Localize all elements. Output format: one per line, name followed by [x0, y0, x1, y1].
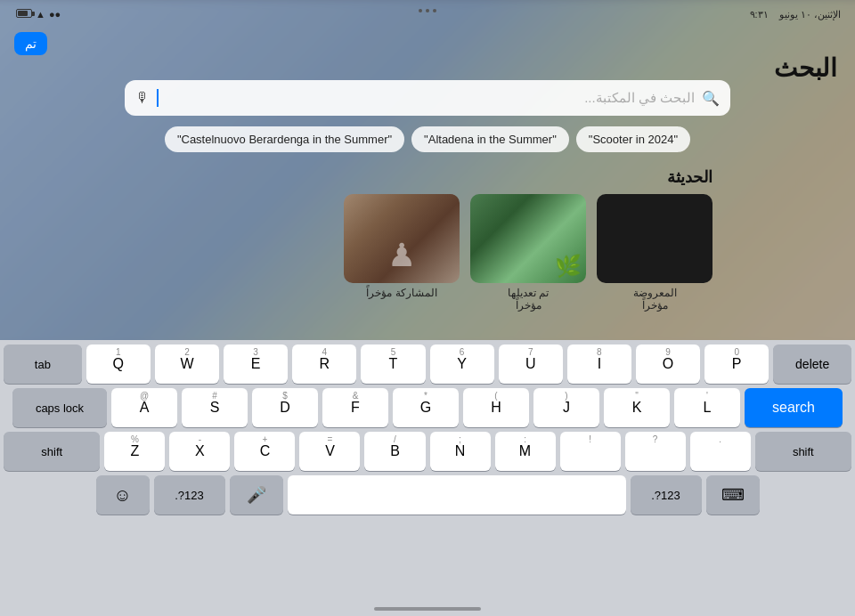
chip-1[interactable]: "Castelnuovo Berardenga in the Summer"	[165, 126, 404, 152]
key-d[interactable]: $D	[252, 388, 318, 427]
chip-2[interactable]: "Altadena in the Summer"	[411, 126, 569, 152]
key-space[interactable]	[288, 475, 626, 515]
thumbnails-container: المعروضةمؤخراً تم تعديلهامؤخراً المشاركة…	[344, 194, 712, 312]
key-y-num: 6	[460, 347, 465, 357]
key-l[interactable]: 'L	[674, 388, 740, 427]
recent-section-label: الحديثة	[667, 167, 712, 187]
key-g[interactable]: *G	[393, 388, 459, 427]
key-i-num: 8	[597, 347, 602, 357]
key-caps-lock[interactable]: caps lock	[12, 388, 107, 427]
thumb-outdoor-img	[470, 194, 586, 283]
key-q-num: 1	[116, 347, 121, 357]
keyboard-row-2: caps lock @A #S $D &F *G (H )J "K 'L sea…	[0, 384, 855, 427]
status-left: ▲ ●●	[14, 9, 61, 20]
key-c[interactable]: +C	[234, 432, 295, 471]
key-i[interactable]: 8I	[567, 344, 631, 384]
keyboard-row-1: tab 1Q 2W 3E 4R 5T 6Y 7U 8I 9O 0P delete	[0, 340, 855, 384]
key-dot[interactable]: .	[690, 432, 751, 471]
key-l-num: '	[706, 391, 708, 401]
key-f-num: &	[353, 391, 359, 401]
key-y[interactable]: 6Y	[430, 344, 494, 384]
key-dot-num: .	[719, 434, 721, 444]
thumb-dark[interactable]	[597, 194, 712, 283]
key-ques-num: ?	[653, 434, 658, 444]
key-q[interactable]: 1Q	[86, 344, 151, 384]
key-f[interactable]: &F	[322, 388, 388, 427]
key-shift-right[interactable]: shift	[755, 432, 851, 471]
search-cursor	[157, 89, 159, 107]
thumb-dark-label: المعروضةمؤخراً	[633, 287, 677, 312]
key-excl-num: !	[589, 434, 591, 444]
key-b-num: /	[394, 434, 396, 444]
key-x-num: -	[199, 434, 201, 444]
thumb-chess-label: المشاركة مؤخراً	[366, 287, 436, 299]
search-bar[interactable]: 🔍 البحث في المكتبة... 🎙	[125, 80, 730, 116]
chips-container: "Castelnuovo Berardenga in the Summer" "…	[125, 126, 730, 152]
home-indicator	[374, 607, 481, 611]
search-icon: 🔍	[702, 90, 720, 107]
key-h-num: (	[494, 391, 497, 401]
key-excl[interactable]: !	[560, 432, 621, 471]
mic-icon[interactable]: 🎙	[135, 90, 150, 106]
key-delete[interactable]: delete	[773, 344, 851, 384]
thumb-chess[interactable]	[344, 194, 460, 283]
key-p[interactable]: 0P	[704, 344, 769, 384]
status-date: الإثنين، ١٠ يونيو	[779, 9, 841, 20]
key-h[interactable]: (H	[463, 388, 529, 427]
key-z-num: %	[131, 434, 139, 444]
key-e[interactable]: 3E	[224, 344, 288, 384]
key-w-num: 2	[184, 347, 190, 357]
key-mic[interactable]: 🎤	[230, 475, 283, 515]
key-v[interactable]: =V	[299, 432, 360, 471]
status-time: ٩:٣١	[750, 9, 769, 20]
thumb-chess-img	[344, 194, 460, 283]
key-z[interactable]: %Z	[104, 432, 165, 471]
key-a-num: @	[140, 391, 149, 401]
thumb-item-outdoor[interactable]: تم تعديلهامؤخراً	[470, 194, 586, 312]
key-emoji[interactable]: ☺	[96, 475, 150, 515]
key-keyboard[interactable]: ⌨	[706, 475, 760, 515]
key-m[interactable]: :M	[495, 432, 556, 471]
thumb-item-chess[interactable]: المشاركة مؤخراً	[344, 194, 460, 312]
key-d-num: $	[282, 391, 288, 401]
key-123-right[interactable]: .?123	[631, 475, 702, 515]
keyboard-row-3: shift %Z -X +C =V /B ;N :M ! ? . shift	[0, 427, 855, 471]
key-t[interactable]: 5T	[361, 344, 425, 384]
key-g-num: *	[424, 391, 428, 401]
key-o-num: 9	[665, 347, 671, 357]
key-a[interactable]: @A	[111, 388, 177, 427]
key-shift-left[interactable]: shift	[4, 432, 100, 471]
key-m-num: :	[524, 434, 526, 444]
done-button[interactable]: تم	[14, 32, 47, 55]
key-tab[interactable]: tab	[4, 344, 82, 384]
key-s[interactable]: #S	[182, 388, 248, 427]
key-r-num: 4	[322, 347, 327, 357]
key-u[interactable]: 7U	[499, 344, 563, 384]
key-p-num: 0	[734, 347, 739, 357]
key-w[interactable]: 2W	[155, 344, 219, 384]
key-123-left[interactable]: .?123	[154, 475, 225, 515]
keyboard: tab 1Q 2W 3E 4R 5T 6Y 7U 8I 9O 0P delete…	[0, 340, 855, 616]
search-title: البحث	[774, 53, 837, 83]
key-k[interactable]: "K	[604, 388, 670, 427]
battery-icon	[14, 9, 32, 20]
key-b[interactable]: /B	[364, 432, 425, 471]
key-n[interactable]: ;N	[430, 432, 491, 471]
key-search[interactable]: search	[745, 388, 843, 427]
status-bar: ▲ ●● الإثنين، ١٠ يونيو ٩:٣١	[0, 0, 855, 28]
key-r[interactable]: 4R	[292, 344, 356, 384]
search-bar-container: 🔍 البحث في المكتبة... 🎙	[125, 80, 730, 116]
chip-3[interactable]: "Scooter in 2024"	[576, 126, 690, 152]
key-s-num: #	[212, 391, 217, 401]
key-ques[interactable]: ?	[625, 432, 686, 471]
key-j[interactable]: )J	[533, 388, 599, 427]
thumb-outdoor[interactable]	[470, 194, 586, 283]
wifi-icon: ▲	[36, 9, 45, 20]
key-x[interactable]: -X	[169, 432, 230, 471]
key-k-num: "	[635, 391, 639, 401]
search-placeholder: البحث في المكتبة...	[169, 90, 695, 106]
key-o[interactable]: 9O	[636, 344, 700, 384]
key-t-num: 5	[391, 347, 396, 357]
status-right: الإثنين، ١٠ يونيو ٩:٣١	[750, 9, 841, 20]
thumb-item-dark[interactable]: المعروضةمؤخراً	[597, 194, 712, 312]
